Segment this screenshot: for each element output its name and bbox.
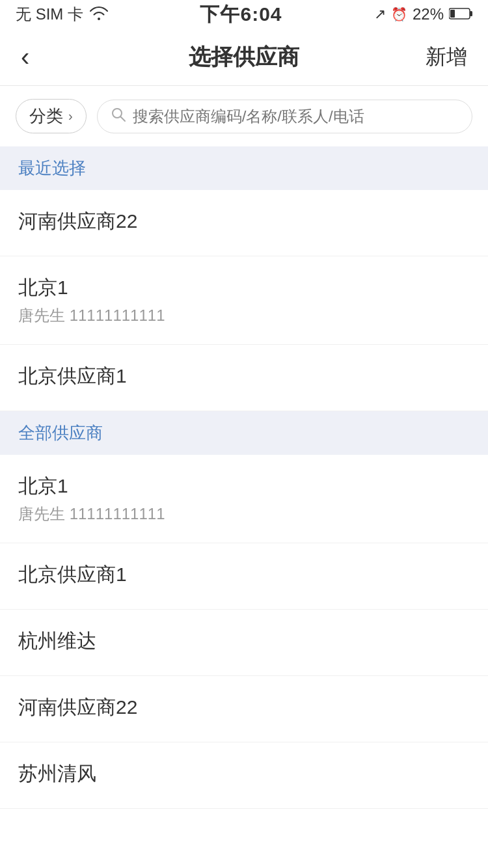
- list-item[interactable]: 北京供应商1: [0, 543, 488, 610]
- item-name: 北京1: [18, 275, 470, 301]
- svg-line-4: [120, 116, 125, 121]
- category-label: 分类: [29, 105, 63, 128]
- item-name: 苏州清风: [18, 761, 470, 787]
- category-filter[interactable]: 分类 ›: [16, 99, 87, 133]
- status-bar: 无 SIM 卡 下午6:04 ↗ ⏰ 22%: [0, 0, 488, 29]
- alarm-icon: ⏰: [391, 7, 407, 22]
- svg-rect-1: [470, 11, 472, 16]
- all-list: 北京1唐先生 11111111111北京供应商1杭州维达河南供应商22苏州清风: [0, 455, 488, 809]
- item-name: 河南供应商22: [18, 694, 470, 721]
- recent-section-header: 最近选择: [0, 146, 488, 190]
- list-item[interactable]: 河南供应商22: [0, 676, 488, 742]
- wifi-icon: [90, 5, 108, 25]
- svg-rect-2: [450, 10, 455, 18]
- add-button[interactable]: 新增: [415, 43, 467, 72]
- item-contact: 唐先生 11111111111: [18, 504, 470, 524]
- search-input[interactable]: [133, 107, 459, 126]
- status-left: 无 SIM 卡: [16, 4, 108, 25]
- list-item[interactable]: 北京1唐先生 11111111111: [0, 256, 488, 345]
- status-time: 下午6:04: [200, 1, 282, 28]
- filter-bar: 分类 ›: [0, 86, 488, 146]
- status-right: ↗ ⏰ 22%: [374, 5, 472, 23]
- list-item[interactable]: 北京1唐先生 11111111111: [0, 455, 488, 543]
- no-sim-label: 无 SIM 卡: [16, 4, 83, 25]
- search-icon: [111, 107, 126, 126]
- item-name: 北京供应商1: [18, 363, 470, 390]
- battery-label: 22%: [413, 5, 444, 23]
- item-name: 杭州维达: [18, 628, 470, 655]
- nav-bar: ‹ 选择供应商 新增: [0, 29, 488, 86]
- location-icon: ↗: [374, 6, 386, 23]
- all-section-header: 全部供应商: [0, 411, 488, 455]
- list-item[interactable]: 北京供应商1: [0, 345, 488, 411]
- chevron-icon: ›: [68, 109, 73, 124]
- recent-list: 河南供应商22北京1唐先生 11111111111北京供应商1: [0, 190, 488, 411]
- list-item[interactable]: 苏州清风: [0, 742, 488, 809]
- item-name: 北京1: [18, 473, 470, 500]
- search-box[interactable]: [97, 100, 472, 133]
- item-name: 河南供应商22: [18, 208, 470, 235]
- page-title: 选择供应商: [189, 42, 299, 72]
- back-button[interactable]: ‹: [21, 42, 73, 72]
- item-name: 北京供应商1: [18, 562, 470, 588]
- battery-icon: [449, 5, 472, 23]
- item-contact: 唐先生 11111111111: [18, 305, 470, 326]
- list-item[interactable]: 杭州维达: [0, 610, 488, 676]
- list-item[interactable]: 河南供应商22: [0, 190, 488, 256]
